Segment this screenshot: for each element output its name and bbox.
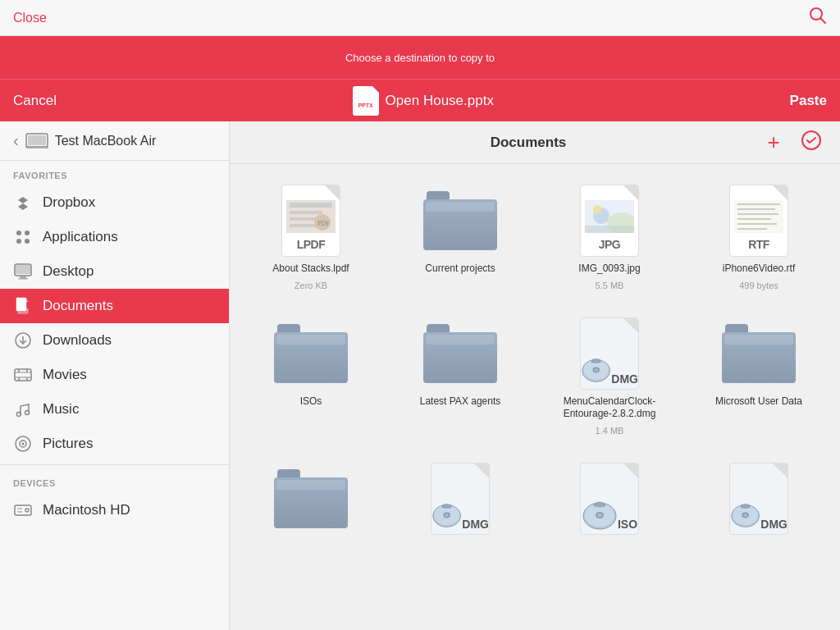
sidebar-item-desktop[interactable]: Desktop bbox=[0, 254, 229, 289]
sidebar-item-documents[interactable]: Documents bbox=[0, 289, 229, 323]
file-item-ms-user-data[interactable]: Microsoft User Data bbox=[691, 310, 827, 442]
svg-rect-38 bbox=[290, 211, 322, 214]
disc3-svg bbox=[730, 500, 760, 531]
applications-icon bbox=[13, 227, 33, 247]
music-icon bbox=[13, 399, 33, 419]
main-layout: ‹ Test MacBook Air FAVORITES Dropbox bbox=[0, 121, 840, 630]
svg-point-59 bbox=[592, 358, 600, 363]
sidebar-item-movies[interactable]: Movies bbox=[0, 358, 229, 392]
file-item-jpg[interactable]: JPG IMG_0093.jpg 5.5 MB bbox=[541, 177, 678, 297]
rtf-file-icon: RTF bbox=[729, 185, 788, 257]
content-area: Documents + bbox=[230, 121, 840, 630]
folder9-wrapper bbox=[270, 462, 352, 536]
svg-point-7 bbox=[16, 239, 21, 244]
svg-rect-11 bbox=[20, 276, 26, 278]
jpg-file-icon: JPG bbox=[580, 185, 639, 257]
check-button[interactable] bbox=[799, 130, 824, 156]
svg-point-73 bbox=[595, 502, 605, 507]
lpdf-icon-wrapper: PDF LPDF bbox=[270, 184, 352, 258]
svg-rect-3 bbox=[28, 135, 46, 145]
sidebar-item-label-pictures: Pictures bbox=[43, 436, 93, 452]
iso-svg bbox=[582, 500, 618, 531]
svg-point-72 bbox=[597, 513, 602, 517]
folder9-icon bbox=[274, 469, 348, 528]
dmg3-file-icon: DMG bbox=[729, 463, 788, 535]
sidebar-item-label-desktop: Desktop bbox=[43, 263, 94, 280]
folder-isos-name: ISOs bbox=[300, 395, 322, 409]
file-item-isos[interactable]: ISOs bbox=[243, 310, 379, 442]
file-item-current-projects[interactable]: Current projects bbox=[392, 177, 528, 297]
dropbox-icon bbox=[13, 193, 33, 212]
sidebar-item-label-movies: Movies bbox=[43, 367, 87, 383]
file-item-dmg[interactable]: DMG MenuCalendarClock-Entourage-2.8.2.dm… bbox=[541, 310, 678, 442]
dmg2-type-label: DMG bbox=[462, 518, 489, 531]
svg-rect-16 bbox=[18, 308, 28, 313]
sidebar-item-macintosh-hd[interactable]: Macintosh HD bbox=[0, 493, 229, 527]
pptx-file-icon: PPTX bbox=[353, 86, 379, 116]
close-button[interactable]: Close bbox=[13, 11, 47, 25]
file-item-dmg3[interactable]: DMG bbox=[691, 455, 827, 547]
cancel-button[interactable]: Cancel bbox=[13, 93, 57, 109]
paste-button[interactable]: Paste bbox=[790, 93, 827, 109]
file-item-pax[interactable]: Latest PAX agents bbox=[392, 310, 528, 442]
file-item-folder9[interactable] bbox=[243, 455, 379, 547]
folder-current-projects-wrapper bbox=[419, 184, 501, 258]
search-icon bbox=[809, 7, 827, 25]
svg-point-8 bbox=[25, 239, 30, 244]
destination-text: Choose a destination to copy to bbox=[345, 52, 495, 64]
iso-icon-wrapper: ISO bbox=[568, 462, 651, 536]
sidebar-item-applications[interactable]: Applications bbox=[0, 220, 229, 254]
top-bar: Close bbox=[0, 0, 840, 36]
sidebar-item-dropbox[interactable]: Dropbox bbox=[0, 185, 229, 220]
sidebar-item-music[interactable]: Music bbox=[0, 392, 229, 427]
svg-line-1 bbox=[821, 19, 826, 24]
svg-point-80 bbox=[742, 504, 750, 508]
jpg-name: IMG_0093.jpg bbox=[578, 262, 640, 276]
sidebar-item-pictures[interactable]: Pictures bbox=[0, 427, 229, 461]
file-item-dmg2[interactable]: DMG bbox=[392, 455, 528, 547]
file-item-iso[interactable]: ISO bbox=[541, 455, 678, 547]
file-name: Open House.pptx bbox=[386, 93, 494, 109]
jpg-size: 5.5 MB bbox=[596, 281, 624, 290]
svg-rect-47 bbox=[585, 226, 634, 233]
iso-type-label: ISO bbox=[618, 518, 637, 531]
dmg3-icon-wrapper: DMG bbox=[718, 462, 800, 536]
folder-current-projects-name: Current projects bbox=[425, 262, 495, 276]
movies-icon bbox=[13, 365, 33, 385]
sidebar-item-label-music: Music bbox=[43, 401, 79, 418]
dmg-name: MenuCalendarClock-Entourage-2.8.2.dmg bbox=[560, 395, 659, 421]
svg-point-65 bbox=[445, 514, 449, 517]
disc2-svg bbox=[431, 500, 462, 531]
search-button[interactable] bbox=[809, 7, 827, 29]
sidebar-item-label-applications: Applications bbox=[43, 229, 118, 245]
lpdf-preview: PDF bbox=[285, 200, 336, 233]
sidebar-item-downloads[interactable]: Downloads bbox=[0, 323, 229, 358]
jpg-icon-wrapper: JPG bbox=[568, 184, 651, 258]
hdd-icon bbox=[13, 500, 33, 520]
rtf-icon-wrapper: RTF bbox=[718, 184, 800, 258]
svg-point-26 bbox=[17, 413, 21, 417]
dmg3-type-label: DMG bbox=[760, 518, 788, 531]
add-button[interactable]: + bbox=[761, 130, 786, 156]
header-actions: + bbox=[761, 130, 824, 156]
back-navigation[interactable]: ‹ Test MacBook Air bbox=[0, 121, 229, 161]
svg-rect-40 bbox=[290, 224, 318, 227]
dmg-type-label: DMG bbox=[611, 372, 638, 386]
rtf-preview bbox=[733, 200, 784, 233]
lpdf-type-label: LPDF bbox=[297, 238, 326, 251]
folder-pax-wrapper bbox=[419, 317, 501, 390]
file-item-rtf[interactable]: RTF iPhone6Video.rtf 499 bytes bbox=[691, 177, 827, 297]
svg-rect-19 bbox=[15, 369, 31, 381]
iso-file-icon: ISO bbox=[580, 463, 639, 535]
rtf-size: 499 bytes bbox=[739, 281, 778, 290]
folder-ms-name: Microsoft User Data bbox=[715, 395, 802, 409]
action-bar: Cancel PPTX Open House.pptx Paste bbox=[0, 79, 840, 121]
svg-rect-4 bbox=[25, 147, 48, 148]
documents-icon bbox=[13, 296, 33, 316]
svg-point-66 bbox=[443, 504, 451, 508]
folder-pax-icon bbox=[423, 324, 497, 383]
file-item-lpdf[interactable]: PDF LPDF About Stacks.lpdf Zero KB bbox=[243, 177, 379, 297]
pictures-icon bbox=[13, 434, 33, 454]
dmg-icon-wrapper: DMG bbox=[568, 317, 651, 390]
folder-isos-wrapper bbox=[270, 317, 352, 390]
